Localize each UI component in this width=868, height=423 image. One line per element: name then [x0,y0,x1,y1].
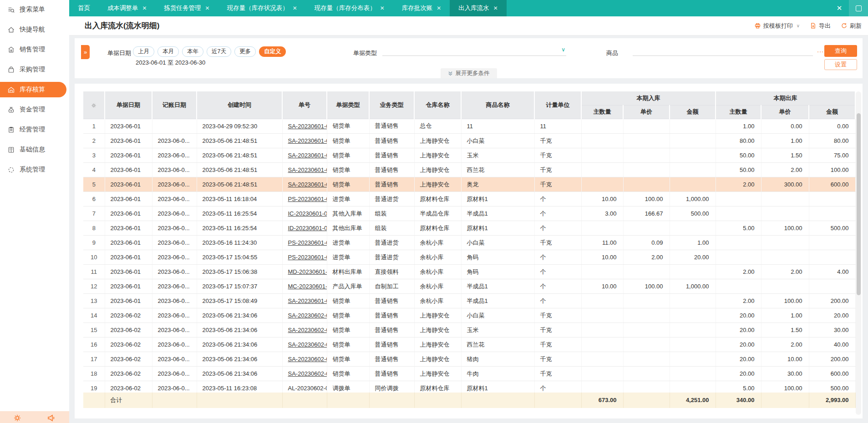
sidebar-item-search-menu[interactable]: 搜索菜单 [0,2,69,17]
sidebar-item-purchase[interactable]: 采购管理 [0,62,69,77]
table-row[interactable]: 192023-06-022023-06-0...2023-05-11 16:23… [83,381,855,393]
tab-close-icon[interactable]: ✕ [293,5,297,11]
tab-现存量（库存状况表）[interactable]: 现存量（库存状况表）✕ [218,0,306,16]
col-header-in-单价[interactable]: 单价 [623,105,670,119]
date-chip[interactable]: 上月 [133,46,154,57]
more-options-icon[interactable]: ... [817,46,824,54]
tab-拣货任务管理[interactable]: 拣货任务管理✕ [156,0,218,16]
col-header-biz-type[interactable]: 业务类型 [369,91,414,119]
col-header-out-金额[interactable]: 金额 [809,105,855,119]
column-settings-gear-icon[interactable] [83,91,105,119]
expand-more-conditions[interactable]: 展开更多条件 [441,68,497,78]
collapse-filter-button[interactable]: » [81,45,90,59]
doc-no-link[interactable]: SA-20230601-0 [288,137,327,144]
doc-type-select[interactable]: ∨ [382,55,566,56]
vertical-scrollbar[interactable] [856,91,861,415]
table-row[interactable]: 122023-06-012023-06-0...2023-05-17 15:07… [83,279,855,294]
doc-no-link[interactable]: SA-20230602-0 [288,341,327,348]
sidebar-item-base-info[interactable]: 基础信息 [0,142,69,157]
sidebar-item-sales[interactable]: 销售管理 [0,42,69,57]
table-row[interactable]: 152023-06-022023-06-0...2023-05-06 21:34… [83,323,855,337]
table-row[interactable]: 82023-06-012023-06-0...2023-05-11 16:25:… [83,221,855,236]
table-row[interactable]: 72023-06-012023-06-0...2023-05-11 16:25:… [83,206,855,221]
tab-close-icon[interactable]: ✕ [380,5,385,11]
table-row[interactable]: 52023-06-012023-06-0...2023-05-06 21:48:… [83,177,855,192]
table-row[interactable]: 12023-06-012023-04-29 09:52:30SA-2023060… [83,119,855,134]
date-chip[interactable]: 本月 [157,46,179,57]
col-header-out-单价[interactable]: 单价 [761,105,809,119]
doc-no-link[interactable]: SA-20230601-0 [288,152,327,159]
table-row[interactable]: 22023-06-012023-06-0...2023-05-06 21:48:… [83,134,855,148]
doc-no-link[interactable]: SA-20230601-0 [288,297,327,304]
date-chip[interactable]: 更多 [234,46,256,57]
col-header-in-主数量[interactable]: 主数量 [581,105,623,119]
doc-no-link[interactable]: MC-20230601- [288,283,327,290]
refresh-button[interactable]: 刷新 [841,22,862,30]
col-header-book-date[interactable]: 记账日期 [152,91,197,119]
table-row[interactable]: 132023-06-012023-06-0...2023-05-17 15:08… [83,294,855,308]
sidebar-item-funds[interactable]: 资金管理 [0,102,69,117]
close-icon[interactable]: ✕ [830,0,849,16]
tab-现存量（库存分布表）[interactable]: 现存量（库存分布表）✕ [306,0,393,16]
col-header-created-time[interactable]: 创建时间 [197,91,282,119]
date-chip[interactable]: 近7天 [207,46,231,57]
doc-no-link[interactable]: SA-20230601-0 [288,181,327,188]
tab-close-icon[interactable]: ✕ [493,5,498,11]
doc-no-link[interactable]: ID-20230601-0 [288,225,327,232]
col-header-warehouse[interactable]: 仓库名称 [414,91,461,119]
table-row[interactable]: 172023-06-022023-06-0...2023-05-06 21:34… [83,352,855,367]
tab-首页[interactable]: 首页 [69,0,99,16]
fullscreen-icon[interactable] [849,0,868,16]
col-header-doc-date[interactable]: 单据日期 [105,91,152,119]
table-row[interactable]: 62023-06-012023-06-0...2023-05-11 16:18:… [83,192,855,206]
export-button[interactable]: 导出 [810,22,831,30]
sidebar-item-operations[interactable]: 经营管理 [0,122,69,137]
col-header-in-金额[interactable]: 金额 [670,105,716,119]
sidebar-item-home[interactable]: 快捷导航 [0,22,69,37]
doc-no-link[interactable]: MD-20230601- [288,268,327,275]
doc-no-link[interactable]: SA-20230602-0 [288,312,327,319]
date-chip-custom[interactable]: 自定义 [259,46,286,57]
gear-icon[interactable] [13,413,22,423]
query-button[interactable]: 查询 [824,45,857,57]
product-input[interactable]: ... [633,55,813,56]
table-row[interactable]: 102023-06-012023-06-0...2023-05-17 15:04… [83,250,855,265]
doc-no-link[interactable]: PS-20230601-0 [288,196,327,202]
sidebar-item-inventory[interactable]: 库存核算 [0,82,66,97]
print-by-template-button[interactable]: 按模板打印 ∨ [754,22,800,30]
tab-库存批次账[interactable]: 库存批次账✕ [393,0,450,16]
date-range-value[interactable]: 2023-06-01 至 2023-06-30 [136,59,205,67]
chevron-down-icon[interactable]: ∨ [561,46,565,53]
col-header-out-主数量[interactable]: 主数量 [716,105,761,119]
doc-no-link[interactable]: PS-20230601-0 [288,254,327,261]
col-header-doc-type[interactable]: 单据类型 [327,91,369,119]
table-row[interactable]: 92023-06-012023-06-0...2023-05-16 11:24:… [83,236,855,250]
doc-no-link[interactable]: SA-20230602-0 [288,370,327,377]
chevron-down-icon[interactable]: ∨ [797,23,800,28]
tab-close-icon[interactable]: ✕ [437,5,441,11]
table-row[interactable]: 162023-06-022023-06-0...2023-05-06 21:34… [83,337,855,352]
megaphone-icon[interactable] [47,413,56,423]
col-header-product[interactable]: 商品名称 [461,91,534,119]
tab-close-icon[interactable]: ✕ [205,5,210,11]
doc-no-link[interactable]: PS-20230601-0 [288,239,327,246]
tab-成本调整单[interactable]: 成本调整单✕ [99,0,156,16]
table-row[interactable]: 32023-06-012023-06-0...2023-05-06 21:48:… [83,148,855,163]
table-row[interactable]: 182023-06-022023-06-0...2023-05-06 21:34… [83,367,855,381]
scrollbar-thumb[interactable] [857,113,861,295]
doc-no-link[interactable]: SA-20230602-0 [288,327,327,333]
doc-no-link[interactable]: SA-20230602-0 [288,356,327,363]
col-header-unit[interactable]: 计量单位 [534,91,581,119]
tab-出入库流水[interactable]: 出入库流水✕ [450,0,507,16]
table-row[interactable]: 142023-06-022023-06-0...2023-05-06 21:34… [83,308,855,323]
table-row[interactable]: 112023-06-012023-06-0...2023-05-17 15:06… [83,265,855,279]
col-header-doc-no[interactable]: 单号 [282,91,327,119]
doc-no-link[interactable]: SA-20230601-0 [288,123,327,130]
date-chip[interactable]: 本年 [182,46,203,57]
doc-no-link[interactable]: IC-20230601-0 [288,210,327,217]
sidebar-item-system[interactable]: 系统管理 [0,162,69,177]
table-row[interactable]: 42023-06-012023-06-0...2023-05-06 21:48:… [83,163,855,177]
tab-close-icon[interactable]: ✕ [142,5,147,11]
doc-no-link[interactable]: SA-20230601-0 [288,166,327,173]
settings-button[interactable]: 设置 [824,59,857,70]
